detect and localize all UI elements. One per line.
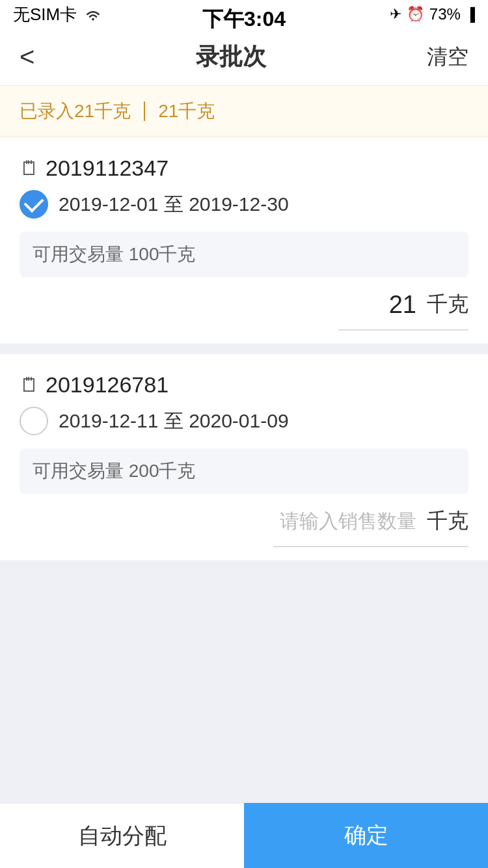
- batch2-available: 可用交易量 200千克: [20, 448, 468, 494]
- batch2-radio[interactable]: [20, 407, 48, 435]
- batch-card-2: 🗒 2019126781 2019-12-11 至 2020-01-09 可用交…: [0, 354, 488, 560]
- status-bar: 无SIM卡 下午3:04 ✈ ⏰ 73% ▐: [0, 0, 488, 29]
- status-right: ✈ ⏰ 73% ▐: [390, 5, 475, 23]
- clear-button[interactable]: 清空: [427, 43, 468, 72]
- battery-text: 73%: [429, 5, 461, 23]
- page-title: 录批次: [196, 41, 266, 73]
- batch2-input-placeholder: 请输入销售数量: [280, 508, 416, 535]
- status-left: 无SIM卡: [13, 3, 103, 26]
- batch2-date-row[interactable]: 2019-12-11 至 2020-01-09: [20, 407, 468, 435]
- batch1-bottom-pad: [0, 331, 488, 344]
- wifi-icon: [83, 8, 103, 21]
- batch1-quantity-unit: 千克: [427, 290, 468, 319]
- nav-bar: < 录批次 清空: [0, 29, 488, 86]
- batch2-date: 2019-12-11 至 2020-01-09: [59, 408, 289, 435]
- total-label: 21千克: [158, 99, 215, 124]
- confirm-button[interactable]: 确定: [244, 803, 488, 868]
- carrier-text: 无SIM卡: [13, 3, 77, 26]
- batch-card-1: 🗒 2019112347 2019-12-01 至 2019-12-30 可用交…: [0, 137, 488, 344]
- batch1-quantity-value: 21: [389, 291, 416, 319]
- location-icon: ✈: [390, 6, 401, 23]
- recorded-label: 已录入21千克: [20, 99, 131, 124]
- status-time: 下午3:04: [202, 5, 286, 34]
- battery-icon: ▐: [466, 7, 475, 22]
- banner-divider: [144, 102, 145, 121]
- batch2-id-row: 🗒 2019126781: [20, 372, 468, 398]
- batch1-id-row: 🗒 2019112347: [20, 156, 468, 181]
- batch1-date-row[interactable]: 2019-12-01 至 2019-12-30: [20, 190, 468, 219]
- batch1-quantity-row: 21 千克: [0, 277, 488, 329]
- auto-distribute-button[interactable]: 自动分配: [0, 803, 244, 868]
- batch2-input-row: 请输入销售数量 千克: [0, 494, 488, 546]
- batch1-radio[interactable]: [20, 190, 48, 219]
- batch2-input-unit: 千克: [427, 507, 468, 536]
- batch1-available: 可用交易量 100千克: [20, 232, 468, 277]
- batch1-id: 2019112347: [46, 156, 169, 181]
- batch2-id: 2019126781: [46, 372, 169, 398]
- alarm-icon: ⏰: [407, 6, 424, 23]
- bottom-bar: 自动分配 确定: [0, 803, 488, 868]
- back-button[interactable]: <: [20, 42, 34, 72]
- batch2-bottom-pad: [0, 547, 488, 560]
- batch1-date: 2019-12-01 至 2019-12-30: [59, 191, 289, 218]
- info-banner: 已录入21千克 21千克: [0, 86, 488, 137]
- section-divider: [0, 344, 488, 354]
- batch1-doc-icon: 🗒: [20, 157, 39, 180]
- empty-area: [0, 560, 488, 821]
- batch2-doc-icon: 🗒: [20, 374, 39, 396]
